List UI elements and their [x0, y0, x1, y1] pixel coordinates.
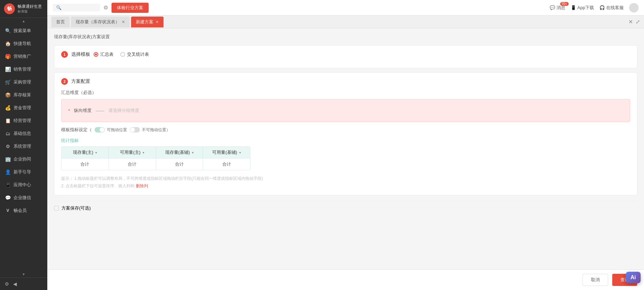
chevron-down-icon[interactable]: ▾ [239, 151, 241, 154]
sidebar-item-finance[interactable]: 💰 资金管理 [0, 101, 47, 114]
sidebar-item-label: 采购管理 [14, 79, 31, 85]
step2-badge: 2 [61, 78, 68, 85]
topbar-right: 💬 消息 99+ 📱 App下载 🎧 在线客服 [550, 3, 639, 13]
sidebar-item-quick-nav[interactable]: 🏠 快捷导航 [0, 37, 47, 50]
search-icon: 🔍 [56, 5, 61, 10]
sidebar-item-label: 快捷导航 [14, 41, 31, 47]
sidebar-item-management[interactable]: 📋 经营管理 [0, 114, 47, 127]
sidebar-item-guide[interactable]: 👤 新手引导 [0, 166, 47, 178]
chevron-down-icon[interactable]: ▾ [143, 151, 144, 154]
stats-header-col3-label: 现存量(基辅) [165, 149, 190, 155]
template-radio-group: 汇总表 交叉统计表 [94, 51, 149, 57]
stats-header-col4-label: 可用量(基辅) [212, 149, 237, 155]
sidebar-item-label: 搜索菜单 [14, 28, 31, 34]
gift-icon: 🎁 [5, 53, 11, 59]
sidebar-item-app-center[interactable]: 📱 应用中心 [0, 178, 47, 191]
stats-table-row: 合计 合计 合计 合计 [61, 158, 250, 170]
stats-header-col1-label: 现存量(主) [73, 149, 94, 155]
stats-header-col1[interactable]: 现存量(主) ▾ [61, 147, 109, 158]
sidebar-item-company[interactable]: 🏢 企业协同 [0, 153, 47, 166]
chevron-down-icon[interactable]: ▾ [95, 151, 97, 154]
sidebar-nav: 🔍 搜索菜单 🏠 快捷导航 🎁 营销推广 📊 销售管理 🛒 采购管理 📦 库存核… [0, 24, 47, 271]
trial-btn[interactable]: 体验行业方案 [112, 3, 149, 13]
sidebar-item-purchase[interactable]: 🛒 采购管理 [0, 76, 47, 89]
tab-new-plan-close[interactable]: ✕ [155, 20, 159, 24]
settings-icon[interactable]: ⚙ [5, 281, 9, 287]
phone-icon: 📱 [5, 182, 11, 188]
cancel-button[interactable]: 取消 [583, 274, 608, 286]
tips-section: 提示： 1.拖动标题栏可以调整布局，不可跨维度或指标区域拖动栏目字段(只能在同一… [61, 175, 630, 190]
ai-float-button[interactable]: Ai [626, 272, 641, 283]
search-input[interactable] [64, 5, 94, 10]
sidebar-item-wechat[interactable]: 💬 企业微信 [0, 191, 47, 204]
app-download-label: App下载 [577, 5, 594, 11]
stats-header-col4[interactable]: 可用量(基辅) ▾ [203, 147, 250, 158]
stats-header-col2-label: 可用量(主) [120, 149, 141, 155]
sidebar-item-search-menu[interactable]: 🔍 搜索菜单 [0, 24, 47, 37]
search-box[interactable]: 🔍 [53, 4, 100, 11]
tab-new-plan[interactable]: 新建方案 ✕ [131, 17, 164, 27]
toggle-undraggable[interactable]: 不可拖动位置） [130, 127, 170, 133]
headset-icon: 🎧 [599, 5, 605, 10]
radio-summary[interactable]: 汇总表 [94, 51, 114, 57]
sidebar-item-inventory[interactable]: 📦 库存核算 [0, 89, 47, 101]
dimension-field-label: 纵向维度 [74, 107, 92, 114]
sidebar-item-system[interactable]: ⚙ 系统管理 [0, 140, 47, 153]
tip1: 1.拖动标题栏可以调整布局，不可跨维度或指标区域拖动栏目字段(只能在同一维度或指… [74, 176, 263, 181]
app-download-btn[interactable]: 📱 App下载 [571, 5, 594, 11]
stats-cell-1-4: 合计 [203, 159, 250, 170]
radio-cross[interactable]: 交叉统计表 [120, 51, 149, 57]
delete-link[interactable]: 删除列 [136, 184, 148, 188]
chat-icon: 💬 [5, 195, 11, 201]
stats-table-header: 现存量(主) ▾ 可用量(主) ▾ 现存量(基辅) ▾ 可用量(基辅) ▾ [61, 147, 250, 158]
stats-label: 统计指标 [61, 138, 630, 144]
step1-card: 1 选择模板 汇总表 交叉统计表 [54, 45, 637, 68]
toggle-draggable-box[interactable] [95, 127, 105, 132]
sidebar-scroll-up[interactable]: ▲ [0, 18, 47, 24]
stats-header-col3[interactable]: 现存量(基辅) ▾ [156, 147, 203, 158]
radio-summary-label: 汇总表 [100, 51, 114, 57]
sidebar-item-vip[interactable]: V 畅会员 [0, 204, 47, 217]
sidebar-footer: ⚙ ◀ [0, 277, 47, 290]
page-title: 现存量(库存状况表)方案设置 [54, 34, 637, 40]
close-btn[interactable]: ✕ [628, 19, 633, 25]
user-icon: 👤 [5, 169, 11, 175]
online-service-btn[interactable]: 🎧 在线客服 [599, 5, 624, 11]
sidebar-item-basic-info[interactable]: 🗂 基础信息 [0, 127, 47, 140]
step2-header: 2 方案配置 [61, 78, 630, 85]
chevron-down-icon[interactable]: ▾ [192, 151, 194, 154]
radio-cross-label: 交叉统计表 [127, 51, 149, 57]
vip-icon: V [5, 208, 11, 214]
stats-table: 现存量(主) ▾ 可用量(主) ▾ 现存量(基辅) ▾ 可用量(基辅) ▾ [61, 146, 250, 170]
stats-header-col2[interactable]: 可用量(主) ▾ [109, 147, 156, 158]
sidebar-scroll-down[interactable]: ▼ [0, 271, 47, 277]
tabbar: 首页 现存量（库存状况表） ✕ 新建方案 ✕ ✕ ⤢ [47, 16, 644, 28]
save-checkbox[interactable] [54, 206, 59, 211]
tab-inventory-status[interactable]: 现存量（库存状况表） ✕ [71, 17, 130, 27]
brand-text: 畅康通好生意 标准版 [18, 4, 42, 14]
toggle-undraggable-box[interactable] [130, 127, 140, 132]
expand-btn[interactable]: ⤢ [636, 19, 640, 25]
topbar-gear-icon[interactable]: ⚙ [103, 4, 108, 11]
content-area: 现存量(库存状况表)方案设置 1 选择模板 汇总表 交叉统计表 [47, 28, 644, 269]
window-controls: ✕ ⤢ [628, 19, 640, 25]
sidebar-item-marketing[interactable]: 🎁 营销推广 [0, 50, 47, 63]
dimension-placeholder: 请选择分组维度 [108, 107, 139, 114]
sidebar-item-label: 营销推广 [14, 53, 31, 59]
sidebar-item-sales[interactable]: 📊 销售管理 [0, 63, 47, 76]
gear-icon: ⚙ [5, 143, 11, 149]
tab-home[interactable]: 首页 [51, 17, 70, 27]
building-icon: 🏢 [5, 156, 11, 162]
collapse-icon[interactable]: ◀ [13, 281, 17, 287]
clipboard-icon: 📋 [5, 118, 11, 124]
dimension-dash: —— [96, 108, 104, 113]
tab-inventory-close[interactable]: ✕ [122, 20, 125, 24]
dimension-pink-box[interactable]: * 纵向维度 —— 请选择分组维度 [61, 99, 630, 122]
radio-summary-dot [94, 52, 98, 57]
avatar[interactable] [629, 3, 639, 13]
sidebar-item-label: 基础信息 [14, 130, 31, 137]
toggle-draggable[interactable]: 可拖动位置 [95, 127, 127, 133]
message-btn[interactable]: 💬 消息 99+ [550, 5, 565, 11]
sidebar-item-label: 资金管理 [14, 105, 31, 111]
cart-icon: 🛒 [5, 79, 11, 85]
